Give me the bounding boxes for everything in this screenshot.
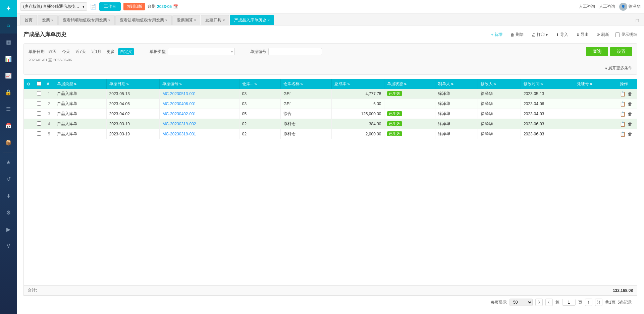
- row-checkbox-0[interactable]: [37, 91, 41, 96]
- quick-btn-today[interactable]: 今天: [60, 48, 72, 55]
- prev-page-button[interactable]: ⟨: [545, 299, 553, 306]
- sidebar-item-settings[interactable]: ⚙: [0, 204, 17, 221]
- td-checkbox[interactable]: [34, 99, 44, 109]
- minimize-button[interactable]: —: [625, 17, 632, 24]
- tab-invoice-issue-close[interactable]: ×: [223, 18, 225, 22]
- td-number[interactable]: MC-20230406-001: [160, 99, 239, 109]
- td-checkbox[interactable]: [34, 89, 44, 99]
- tab-home[interactable]: 首页: [20, 15, 37, 25]
- th-number[interactable]: 单据编号⇅: [160, 79, 239, 89]
- edit-icon-0[interactable]: 📋: [620, 91, 626, 97]
- quick-btn-custom[interactable]: 自定义: [118, 48, 134, 55]
- filter-type-select[interactable]: [168, 48, 235, 55]
- delete-icon-0[interactable]: 🗑: [628, 91, 632, 97]
- setting-button[interactable]: 设置: [610, 47, 632, 56]
- th-modify-time[interactable]: 修改时间⇅: [521, 79, 574, 89]
- th-warehouse-code[interactable]: 仓库...⇅: [239, 79, 281, 89]
- record-link-4[interactable]: MC-20230319-001: [162, 132, 196, 136]
- sidebar-item-inventory[interactable]: 📦: [0, 134, 17, 151]
- td-number[interactable]: MC-20230319-002: [160, 119, 239, 129]
- tab-product-history[interactable]: 产成品入库单历史 ×: [230, 15, 274, 25]
- th-modifier[interactable]: 修改人⇅: [478, 79, 521, 89]
- sidebar-item-analytics[interactable]: 📈: [0, 67, 17, 84]
- th-creator[interactable]: 制单人⇅: [435, 79, 478, 89]
- export-button[interactable]: ⬇ 导出: [574, 31, 591, 39]
- sidebar-item-play[interactable]: ▶: [0, 221, 17, 238]
- record-link-3[interactable]: MC-20230319-002: [162, 122, 196, 126]
- quick-btn-7days[interactable]: 近7天: [73, 48, 88, 55]
- delete-icon-2[interactable]: 🗑: [628, 111, 632, 117]
- switch-old-button[interactable]: 切到旧版: [123, 3, 145, 10]
- row-checkbox-3[interactable]: [37, 121, 41, 126]
- company-selector[interactable]: (库存核算) 直播轻纯通信息技术股份... ▾: [20, 2, 87, 11]
- tab-check-output-close[interactable]: ×: [108, 18, 110, 22]
- th-date[interactable]: 单据日期⇅: [106, 79, 160, 89]
- support-btn[interactable]: 人工咨询: [579, 4, 595, 9]
- select-all-checkbox[interactable]: [37, 81, 41, 86]
- sidebar-item-home[interactable]: ⌂: [0, 17, 17, 34]
- th-status[interactable]: 单据状态⇅: [384, 79, 435, 89]
- tab-invoice-calc-close[interactable]: ×: [194, 18, 196, 22]
- th-warehouse-name[interactable]: 仓库名称⇅: [281, 79, 332, 89]
- next-page-button[interactable]: ⟩: [585, 299, 592, 306]
- print-button[interactable]: 🖨 打印 ▾: [530, 31, 550, 39]
- quick-btn-1month[interactable]: 近1月: [89, 48, 104, 55]
- th-total-cost[interactable]: 总成本⇅: [332, 79, 384, 89]
- tab-check-output[interactable]: 查看销项增值税专用发票 ×: [58, 15, 115, 25]
- sidebar-item-calendar[interactable]: 📅: [0, 117, 17, 134]
- tab-check-input[interactable]: 查看进项增值税专用发票 ×: [115, 15, 172, 25]
- period-calendar-icon[interactable]: 📅: [173, 4, 178, 9]
- tab-invoice-close[interactable]: ×: [51, 18, 53, 22]
- workbench-button[interactable]: 工作台: [99, 2, 121, 11]
- tab-invoice-issue[interactable]: 发票开具 ×: [201, 15, 229, 25]
- td-number[interactable]: MC-20230319-001: [160, 129, 239, 139]
- th-checkbox[interactable]: [34, 79, 44, 89]
- sidebar-item-cycle[interactable]: ↺: [0, 171, 17, 187]
- tab-check-input-close[interactable]: ×: [165, 18, 167, 22]
- td-checkbox[interactable]: [34, 129, 44, 139]
- record-link-1[interactable]: MC-20230406-001: [162, 102, 196, 106]
- sidebar-item-list[interactable]: ☰: [0, 101, 17, 117]
- th-settings[interactable]: ⚙: [24, 79, 34, 89]
- page-number-input[interactable]: [562, 299, 576, 306]
- expand-filter-button[interactable]: ▾ 展开更多条件: [605, 65, 632, 71]
- quick-btn-yesterday[interactable]: 昨天: [47, 48, 59, 55]
- sidebar-item-grid[interactable]: ▦: [0, 34, 17, 50]
- support-label[interactable]: 人工咨询: [599, 4, 615, 9]
- sidebar-item-chart[interactable]: 📊: [0, 50, 17, 67]
- sidebar-item-v[interactable]: V: [0, 238, 17, 254]
- import-button[interactable]: ⬆ 导入: [554, 31, 570, 39]
- filter-number-input[interactable]: [268, 48, 322, 55]
- delete-icon-4[interactable]: 🗑: [628, 131, 632, 137]
- page-size-select[interactable]: 20 50 100: [509, 299, 533, 306]
- display-cols-toggle[interactable]: 显示明细: [615, 32, 637, 38]
- edit-icon-2[interactable]: 📋: [620, 111, 626, 117]
- edit-icon-1[interactable]: 📋: [620, 101, 626, 107]
- tab-product-history-close[interactable]: ×: [268, 18, 270, 22]
- td-checkbox[interactable]: [34, 119, 44, 129]
- td-number[interactable]: MC-20230513-001: [160, 89, 239, 99]
- td-checkbox[interactable]: [34, 109, 44, 119]
- tab-invoice[interactable]: 发票 ×: [38, 15, 58, 25]
- record-link-0[interactable]: MC-20230513-001: [162, 91, 196, 96]
- last-page-button[interactable]: ⟩⟩: [595, 299, 602, 306]
- delete-icon-3[interactable]: 🗑: [628, 121, 632, 127]
- row-checkbox-4[interactable]: [37, 131, 41, 136]
- refresh-button[interactable]: ⟳ 刷新: [595, 31, 611, 39]
- td-number[interactable]: MC-20230402-001: [160, 109, 239, 119]
- display-cols-checkbox[interactable]: [615, 33, 620, 37]
- edit-icon-4[interactable]: 📋: [620, 131, 626, 137]
- edit-icon-3[interactable]: 📋: [620, 121, 626, 127]
- quick-btn-more[interactable]: 更多: [105, 48, 117, 55]
- query-button[interactable]: 查询: [586, 47, 608, 56]
- sidebar-item-download[interactable]: ⬇: [0, 187, 17, 204]
- delete-button[interactable]: 🗑 删除: [508, 31, 526, 39]
- user-name[interactable]: 徐泽华: [629, 4, 641, 9]
- row-checkbox-2[interactable]: [37, 111, 41, 116]
- sidebar-item-lock[interactable]: 🔒: [0, 84, 17, 101]
- first-page-button[interactable]: ⟨⟨: [535, 299, 543, 306]
- new-button[interactable]: + 新增: [489, 31, 504, 39]
- maximize-button[interactable]: □: [634, 17, 641, 24]
- tab-invoice-calc[interactable]: 发票测算 ×: [172, 15, 201, 25]
- th-type[interactable]: 单据类型⇅: [54, 79, 106, 89]
